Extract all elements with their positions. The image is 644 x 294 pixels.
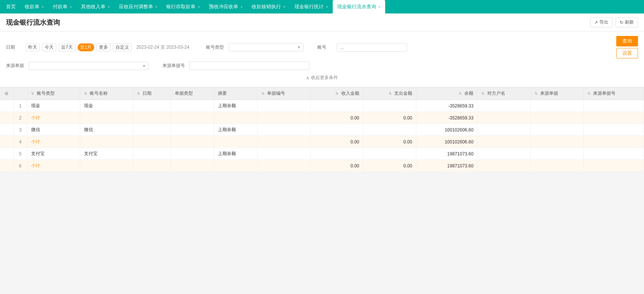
refresh-button[interactable]: ↻ 刷新	[615, 17, 638, 27]
cell-account-name	[80, 112, 133, 124]
cell-income: 0.00	[310, 160, 363, 172]
cell-expense	[363, 124, 416, 136]
cell-date	[133, 112, 171, 124]
nav-bank-deposit[interactable]: 银行存取款单 ×	[162, 0, 204, 13]
cell-account-type: 支付宝	[27, 148, 80, 160]
cell-account-name	[80, 136, 133, 148]
header-actions: ↗ 导出 ↻ 刷新	[590, 17, 638, 27]
col-account-type[interactable]: ⇅ 账号类型	[27, 87, 80, 100]
source-doc-select[interactable]: ▾	[29, 62, 149, 70]
near7-btn[interactable]: 近7天	[59, 43, 75, 51]
cell-account-type: 现金	[27, 100, 80, 112]
cell-expense: 0.00	[363, 160, 416, 172]
cell-source-doc-no	[583, 160, 644, 172]
col-expense[interactable]: ⇅ 支出金额	[363, 87, 416, 100]
col-doc-no[interactable]: ⇅ 单据编号	[257, 87, 310, 100]
cell-doc-no	[257, 160, 310, 172]
custom-btn[interactable]: 自定义	[113, 43, 132, 51]
close-icon[interactable]: ×	[283, 5, 285, 9]
cell-counterparty	[477, 136, 530, 148]
more-btn[interactable]: 更多	[96, 43, 111, 51]
close-icon[interactable]: ×	[198, 5, 200, 9]
cell-source-doc-no	[583, 100, 644, 112]
page-title: 现金银行流水查询	[6, 18, 60, 27]
cell-account-name: 现金	[80, 100, 133, 112]
table-row: 3微信微信上期余额100102606.60	[0, 124, 644, 136]
col-income[interactable]: ⇅ 收入金额	[310, 87, 363, 100]
near1m-btn[interactable]: 近1月	[78, 43, 95, 51]
nav-ar-ap-adjust[interactable]: 应收应付调整单 ×	[114, 0, 162, 13]
col-date[interactable]: ⇅ 日期	[133, 87, 171, 100]
filter-row-date: 日期 昨天 今天 近7天 近1月 更多 自定义 2023-02-24 至 202…	[6, 36, 638, 58]
col-account-name[interactable]: ⇅ 账号名称	[80, 87, 133, 100]
query-button[interactable]: 查询	[616, 36, 638, 46]
cell-counterparty	[477, 160, 530, 172]
cell-source-doc	[530, 112, 583, 124]
close-icon[interactable]: ×	[70, 5, 72, 9]
col-source-doc[interactable]: ⇅ 来源单据	[530, 87, 583, 100]
close-icon[interactable]: ×	[240, 5, 243, 9]
gear-column-header: ⚙	[0, 87, 14, 100]
nav-collection-exec[interactable]: 收款核销执行 ×	[247, 0, 290, 13]
close-icon[interactable]: ×	[326, 5, 328, 9]
cell-gear	[0, 100, 14, 112]
nav-receipt[interactable]: 收款单 ×	[20, 0, 48, 13]
gear-icon[interactable]: ⚙	[5, 91, 9, 96]
cell-source-doc	[530, 124, 583, 136]
cell-doc-no	[257, 100, 310, 112]
cell-counterparty	[477, 148, 530, 160]
today-btn[interactable]: 今天	[42, 43, 56, 51]
account-type-select[interactable]: ▾	[228, 43, 303, 51]
cell-summary	[214, 112, 257, 124]
settings-button[interactable]: 设置	[616, 48, 638, 58]
cell-doc-no	[257, 124, 310, 136]
nav-payment[interactable]: 付款单 ×	[48, 0, 77, 13]
cell-account-type: 小计	[27, 136, 80, 148]
cell-balance: 19871073.60	[416, 160, 477, 172]
cell-num: 3	[14, 124, 27, 136]
collapse-row[interactable]: ∧ 收起更多条件	[6, 73, 638, 82]
cell-doc-no	[257, 148, 310, 160]
cell-source-doc-no	[583, 136, 644, 148]
nav-prepayment[interactable]: 预收冲应收单 ×	[204, 0, 247, 13]
cell-source-doc-no	[583, 124, 644, 136]
cell-date	[133, 136, 171, 148]
sort-icon: ⇅	[261, 91, 264, 96]
source-doc-no-input[interactable]	[189, 61, 309, 70]
col-source-doc-no[interactable]: ⇅ 来源单据号	[583, 87, 644, 100]
cell-account-type: 小计	[27, 160, 80, 172]
table-row: 4小计0.000.00100102606.60	[0, 136, 644, 148]
nav-other-income[interactable]: 其他收入单 ×	[77, 0, 114, 13]
cell-income: 0.00	[310, 136, 363, 148]
cell-doc-type	[171, 124, 214, 136]
close-icon[interactable]: ×	[155, 5, 158, 9]
close-icon[interactable]: ×	[42, 5, 44, 9]
close-icon[interactable]: ×	[108, 5, 110, 9]
nav-cash-bank-stats[interactable]: 现金银行统计 ×	[290, 0, 333, 13]
nav-home[interactable]: 首页	[2, 0, 20, 13]
cell-source-doc	[530, 148, 583, 160]
close-icon[interactable]: ×	[378, 5, 381, 9]
cell-gear	[0, 136, 14, 148]
cell-doc-type	[171, 148, 214, 160]
col-counterparty[interactable]: ⇅ 对方户名	[477, 87, 530, 100]
top-navigation: 首页 收款单 × 付款单 × 其他收入单 × 应收应付调整单 × 银行存取款单 …	[0, 0, 644, 13]
cell-account-type: 小计	[27, 112, 80, 124]
cell-account-name: 支付宝	[80, 148, 133, 160]
yesterday-btn[interactable]: 昨天	[26, 43, 40, 51]
account-input[interactable]	[337, 43, 407, 52]
nav-cash-bank-flow[interactable]: 现金银行流水查询 ×	[333, 0, 385, 13]
table-row: 1现金现金上期余额-3528659.33	[0, 100, 644, 112]
sort-icon: ⇅	[31, 91, 34, 96]
cell-gear	[0, 124, 14, 136]
cell-source-doc-no	[583, 148, 644, 160]
col-balance[interactable]: ⇅ 余额	[416, 87, 477, 100]
cell-expense	[363, 148, 416, 160]
cell-balance: 19871073.60	[416, 148, 477, 160]
date-range: 2023-02-24 至 2023-03-24	[136, 44, 189, 51]
cell-doc-type	[171, 100, 214, 112]
export-button[interactable]: ↗ 导出	[590, 17, 612, 27]
cell-income: 0.00	[310, 112, 363, 124]
account-type-label: 账号类型	[206, 44, 224, 51]
col-doc-type: 单据类型	[171, 87, 214, 100]
